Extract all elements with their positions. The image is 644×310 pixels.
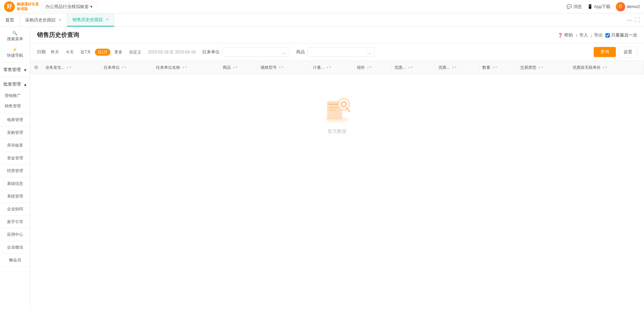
sort-icon: ▲▼ <box>326 66 331 69</box>
sidebar-item-basic[interactable]: 基础信息 <box>0 177 30 190</box>
user-menu[interactable]: D demo2 <box>616 2 640 11</box>
message-btn[interactable]: 💬 消息 <box>567 4 582 10</box>
sidebar-section-wholesale: 批发管理 ▴ 营销推广 销售管理 <box>0 77 30 114</box>
th-product[interactable]: 商品 ▲▼ <box>220 61 258 74</box>
sidebar-item-ecommerce[interactable]: 电商管理 <box>0 114 30 126</box>
sidebar-item-search[interactable]: 🔍 搜索菜单 <box>0 28 30 45</box>
date-options: 昨天 今天 近7天 近1月 更多 自定义 <box>48 49 144 56</box>
sort-icon: ▲▼ <box>182 66 187 69</box>
sidebar-item-enterprise[interactable]: 企业协同 <box>0 203 30 216</box>
partner-label: 往来单位 <box>202 49 220 55</box>
date-opt-1month[interactable]: 近1月 <box>95 49 111 56</box>
sidebar-item-shortcut[interactable]: ⚡ 快捷导航 <box>0 45 30 61</box>
sort-icon: ▲▼ <box>121 66 127 69</box>
sidebar-item-finance[interactable]: 资金管理 <box>0 152 30 165</box>
search-icon: 🔍 <box>12 31 17 36</box>
date-opt-custom[interactable]: 自定义 <box>126 49 144 56</box>
tab-sales-history[interactable]: 销售历史价跟踪 ✕ <box>67 13 114 27</box>
sort-icon: ▲▼ <box>66 66 72 69</box>
product-label: 商品 <box>296 49 305 55</box>
sidebar-item-operation[interactable]: 经营管理 <box>0 165 30 177</box>
date-label: 日期 <box>37 49 46 55</box>
sidebar-retail-header[interactable]: 零售管理 ▾ <box>0 64 30 75</box>
minimize-button[interactable]: — <box>627 17 632 23</box>
only-last-input[interactable] <box>605 33 610 38</box>
empty-text: 暂无数据 <box>328 128 346 135</box>
sidebar-wholesale-sub: 营销推广 销售管理 <box>0 90 30 112</box>
tab-home[interactable]: 首页 <box>0 13 20 27</box>
maximize-button[interactable]: ⛶ <box>635 17 640 23</box>
close-sales-tab-icon[interactable]: ✕ <box>106 17 109 22</box>
sidebar-item-marketing[interactable]: 营销推广 <box>0 91 30 101</box>
th-discount1[interactable]: 优惠... ▲▼ <box>392 61 436 74</box>
partner-input[interactable]: ... <box>222 47 289 57</box>
settings-button[interactable]: 设置 <box>619 47 637 57</box>
sidebar-item-inventory[interactable]: 库存核算 <box>0 139 30 152</box>
data-table: ⚙ 业务发生... ▲▼ 往来单位 ▲▼ 往来单位名称 <box>30 61 644 74</box>
phone-icon: 📱 <box>587 4 593 9</box>
partner-search-icon[interactable]: ... <box>282 49 286 55</box>
date-opt-today[interactable]: 今天 <box>63 49 76 56</box>
help-icon: ❓ <box>557 33 563 38</box>
filter-area: 日期 昨天 今天 近7天 近1月 更多 自定义 2023-02-18 至 202… <box>30 43 644 61</box>
sidebar-item-wechat[interactable]: 企业微信 <box>0 241 30 254</box>
th-partner-name[interactable]: 往来单位名称 ▲▼ <box>153 61 220 74</box>
svg-rect-3 <box>329 107 338 108</box>
sort-icon: ▲▼ <box>602 66 608 69</box>
message-icon: 💬 <box>567 4 572 9</box>
table-area: ⚙ 业务发生... ▲▼ 往来单位 ▲▼ 往来单位名称 <box>30 61 644 310</box>
topbar: 好 畅捷通好生意 标准版 办公用品行业模拟账套 ▾ 💬 消息 📱 App下载 D… <box>0 0 644 13</box>
sort-icon: ▲▼ <box>233 66 238 69</box>
sidebar-item-purchase[interactable]: 采购管理 <box>0 126 30 139</box>
th-biz-date[interactable]: 业务发生... ▲▼ <box>42 61 101 74</box>
th-discount2[interactable]: 优惠... ▲▼ <box>436 61 480 74</box>
chevron-up-icon: ▴ <box>24 82 26 87</box>
query-button[interactable]: 查询 <box>594 47 616 57</box>
svg-point-6 <box>340 100 348 108</box>
sidebar-item-apps[interactable]: 应用中心 <box>0 228 30 241</box>
th-quantity[interactable]: 数量 ▲▼ <box>479 61 517 74</box>
sidebar-item-newbie[interactable]: 新手引导 <box>0 216 30 228</box>
topbar-left: 好 畅捷通好生意 标准版 办公用品行业模拟账套 ▾ <box>4 1 96 12</box>
th-settings: ⚙ <box>30 61 42 74</box>
filter-actions: 查询 设置 <box>594 47 637 57</box>
sort-icon: ▲▼ <box>408 66 413 69</box>
sidebar: 🔍 搜索菜单 ⚡ 快捷导航 零售管理 ▾ 批发管理 ▴ 营销推广 <box>0 27 30 310</box>
logo-area: 好 畅捷通好生意 标准版 <box>4 1 39 12</box>
help-btn[interactable]: ❓ 帮助 <box>557 32 573 38</box>
only-last-checkbox[interactable]: 只看最后一次 <box>605 32 637 38</box>
close-purchase-tab-icon[interactable]: ✕ <box>58 18 61 22</box>
sidebar-item-sales-mgmt[interactable]: 销售管理 <box>0 101 30 111</box>
import-icon: ↑ <box>576 33 578 38</box>
sort-icon: ▲▼ <box>538 66 543 69</box>
tab-actions: — ⛶ <box>623 13 644 27</box>
svg-rect-4 <box>329 110 336 111</box>
date-opt-more[interactable]: 更多 <box>112 49 125 56</box>
export-btn[interactable]: ↓ 导出 <box>591 32 603 38</box>
filter-product-group: 商品 ... <box>296 47 375 57</box>
sort-icon: ▲▼ <box>367 66 372 69</box>
topbar-right: 💬 消息 📱 App下载 D demo2 <box>567 2 640 11</box>
date-opt-7days[interactable]: 近7天 <box>78 49 94 56</box>
workspace-selector[interactable]: 办公用品行业模拟账套 ▾ <box>42 2 96 11</box>
th-unit[interactable]: 计量... ▲▼ <box>310 61 354 74</box>
th-quote-price[interactable]: 报价 ▲▼ <box>354 61 392 74</box>
th-partner-code[interactable]: 往来单位 ▲▼ <box>101 61 153 74</box>
page-header: 销售历史价查询 ❓ 帮助 ↑ 导入 ↓ 导出 <box>30 27 644 43</box>
th-spec[interactable]: 规格型号 ▲▼ <box>258 61 310 74</box>
sidebar-item-system[interactable]: 系统管理 <box>0 190 30 203</box>
product-search-icon[interactable]: ... <box>367 49 371 55</box>
th-trade-type[interactable]: 交易类型 ▲▼ <box>517 61 570 74</box>
gear-icon[interactable]: ⚙ <box>34 64 38 70</box>
tab-purchase-history[interactable]: 采购历史价跟踪 ✕ <box>20 13 67 27</box>
chevron-down-icon: ▾ <box>90 4 93 9</box>
date-opt-yesterday[interactable]: 昨天 <box>48 49 62 56</box>
sidebar-item-member[interactable]: 畅会员 <box>0 254 30 267</box>
page-title: 销售历史价查询 <box>37 31 79 39</box>
th-pre-discount-price[interactable]: 优惠前无税单价 ▲▼ <box>570 61 644 74</box>
import-btn[interactable]: ↑ 导入 <box>576 32 588 38</box>
product-input[interactable]: ... <box>308 47 375 57</box>
sidebar-wholesale-header[interactable]: 批发管理 ▴ <box>0 79 30 90</box>
app-download-btn[interactable]: 📱 App下载 <box>587 4 610 10</box>
main-layout: 🔍 搜索菜单 ⚡ 快捷导航 零售管理 ▾ 批发管理 ▴ 营销推广 <box>0 27 644 310</box>
